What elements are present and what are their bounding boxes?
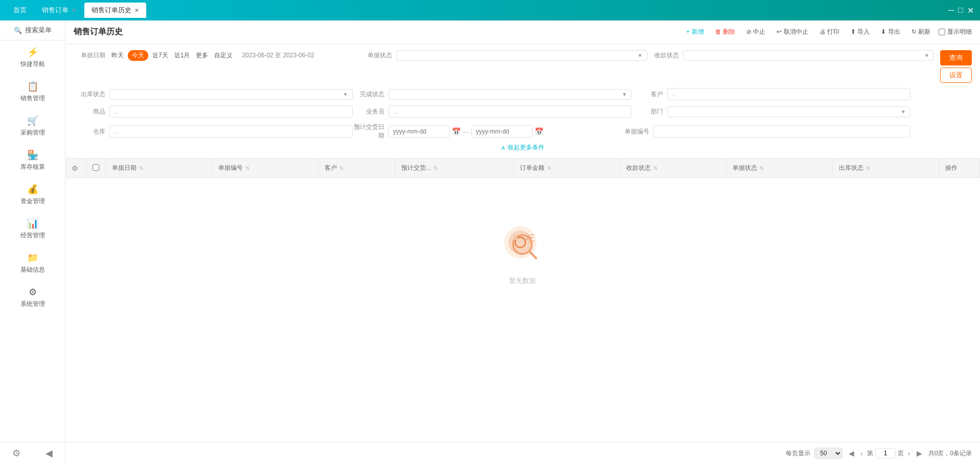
query-button[interactable]: 查询	[940, 50, 972, 65]
receipt-status-label: 收款状态	[647, 51, 683, 60]
import-button[interactable]: ⬆ 导入	[848, 26, 873, 38]
th-date[interactable]: 单据日期 ⇅	[105, 159, 212, 178]
sidebar-settings-icon[interactable]: ⚙	[12, 448, 20, 459]
out-status-select[interactable]: ▼	[109, 89, 353, 100]
customer-select[interactable]: ...	[667, 88, 910, 100]
dept-label: 部门	[631, 107, 667, 116]
date-btn-1month[interactable]: 近1月	[172, 50, 192, 61]
table-header: ⚙ 单据日期 ⇅ 单据编号 ⇅	[65, 159, 980, 178]
sidebar-item-quick-nav[interactable]: ⚡ 快捷导航	[0, 40, 65, 75]
tab-sales-order-history-close[interactable]: ✕	[134, 7, 139, 14]
sales-mgmt-icon: 📋	[27, 81, 38, 92]
receipt-status-select[interactable]: ▼	[683, 50, 934, 61]
finance-icon: 💰	[27, 184, 38, 195]
sidebar-item-finance[interactable]: 💰 资金管理	[0, 178, 65, 212]
th-ops-label: 操作	[945, 164, 958, 171]
table-settings-button[interactable]: ⚙	[72, 164, 78, 172]
date-btn-more[interactable]: 更多	[194, 50, 210, 61]
tab-sales-order[interactable]: 销售订单 ✕	[35, 3, 83, 18]
tab-sales-order-history[interactable]: 销售订单历史 ✕	[84, 3, 146, 18]
sidebar-search[interactable]: 🔍 搜索菜单	[0, 20, 65, 40]
sidebar-item-sales-mgmt[interactable]: 📋 销售管理	[0, 75, 65, 109]
stop-button[interactable]: ⊘ 中止	[743, 26, 768, 38]
display-detail-label: 显示明细	[947, 28, 972, 36]
th-order-no-sort-icon: ⇅	[245, 165, 249, 171]
tab-sales-order-history-label: 销售订单历史	[92, 6, 131, 15]
th-out-status-label: 出库状态	[839, 164, 863, 171]
date-btn-today[interactable]: 今天	[128, 50, 148, 61]
basic-info-icon: 📁	[27, 252, 38, 263]
window-controls: ─ □ ✕	[948, 6, 974, 15]
date-filter-control: 昨天 今天 近7天 近1月 更多 自定义 2023-06-02 至 2023-0…	[109, 50, 360, 61]
th-delivery-date[interactable]: 预计交货... ⇅	[395, 159, 513, 178]
out-status-label: 出库状态	[74, 90, 109, 99]
first-page-button[interactable]: ◀	[847, 448, 856, 458]
sidebar-item-inventory-label: 库存核算	[20, 163, 45, 171]
th-order-no[interactable]: 单据编号 ⇅	[212, 159, 318, 178]
delete-button[interactable]: 🗑 删除	[712, 26, 738, 38]
complete-status-select[interactable]: ▼	[389, 89, 632, 100]
tab-sales-order-close[interactable]: ✕	[72, 7, 76, 14]
th-checkbox	[86, 159, 105, 178]
print-button[interactable]: 🖨 打印	[816, 26, 842, 38]
status-select[interactable]: ▼	[396, 50, 647, 61]
sidebar-item-inventory[interactable]: 🏪 库存核算	[0, 143, 65, 178]
th-settings: ⚙	[65, 159, 86, 178]
th-delivery-date-sort-icon: ⇅	[434, 165, 438, 171]
next-page-button[interactable]: ›	[906, 448, 913, 458]
action-buttons: 查询 设置	[940, 50, 972, 83]
receipt-status-arrow-icon: ▼	[924, 53, 929, 58]
window-minimize[interactable]: ─	[948, 6, 954, 15]
page-size-select[interactable]: 50 20 100	[814, 448, 842, 459]
cal-start-icon[interactable]: 📅	[452, 127, 461, 136]
sales-person-placeholder: ...	[393, 108, 627, 115]
sidebar-bottom: ⚙ ◀	[0, 442, 65, 464]
date-btn-yesterday[interactable]: 昨天	[109, 50, 126, 61]
page-number-input[interactable]	[875, 448, 896, 458]
date-btn-7days[interactable]: 近7天	[150, 50, 170, 61]
tab-home[interactable]: 首页	[6, 3, 34, 18]
delivery-date-end[interactable]	[471, 125, 533, 138]
th-out-status[interactable]: 出库状态 ⇅	[832, 159, 939, 178]
sidebar-item-operations[interactable]: 📊 经营管理	[0, 212, 65, 246]
sidebar-item-sys-mgmt-label: 系统管理	[20, 300, 45, 308]
export-button[interactable]: ⬇ 导出	[878, 26, 903, 38]
product-placeholder: ...	[114, 108, 348, 115]
sidebar-item-purchase-mgmt[interactable]: 🛒 采购管理	[0, 109, 65, 143]
window-close[interactable]: ✕	[967, 6, 974, 15]
product-select[interactable]: ...	[109, 105, 353, 118]
refresh-button[interactable]: ↻ 刷新	[908, 26, 933, 38]
cancel-stop-button[interactable]: ↩ 取消中止	[773, 26, 811, 38]
delivery-date-start[interactable]	[389, 125, 450, 138]
prev-page-button[interactable]: ‹	[858, 448, 865, 458]
cal-end-icon[interactable]: 📅	[535, 127, 543, 136]
order-no-input[interactable]	[653, 125, 910, 138]
display-detail-checkbox[interactable]	[939, 29, 945, 35]
sales-person-label: 业务员	[353, 107, 389, 116]
sidebar-search-label: 搜索菜单	[25, 26, 52, 35]
th-customer[interactable]: 客户 ⇅	[318, 159, 395, 178]
tab-sales-order-label: 销售订单	[42, 6, 69, 15]
collapse-button[interactable]: ∧ 收起更多条件	[74, 143, 972, 152]
sidebar-item-sys-mgmt[interactable]: ⚙ 系统管理	[0, 280, 65, 315]
sales-person-select[interactable]: ...	[389, 105, 632, 118]
th-receipt-status-sort-icon: ⇅	[653, 165, 657, 171]
th-receipt-status[interactable]: 收款状态 ⇅	[620, 159, 726, 178]
filter-settings-button[interactable]: 设置	[940, 68, 972, 83]
delivery-date-range: 📅 — 📅	[389, 125, 543, 138]
dept-select[interactable]: ▼	[667, 106, 910, 117]
select-all-checkbox[interactable]	[93, 164, 99, 171]
window-maximize[interactable]: □	[958, 6, 963, 15]
data-table: ⚙ 单据日期 ⇅ 单据编号 ⇅	[65, 159, 980, 326]
warehouse-select[interactable]: ...	[109, 125, 353, 138]
last-page-button[interactable]: ▶	[915, 448, 924, 458]
sidebar-item-basic-info[interactable]: 📁 基础信息	[0, 246, 65, 280]
sidebar-collapse-icon[interactable]: ◀	[45, 448, 53, 459]
th-amount[interactable]: 订单金额 ⇅	[513, 159, 620, 178]
display-detail-toggle: 显示明细	[939, 28, 972, 36]
new-button[interactable]: + 新增	[683, 26, 706, 38]
customer-placeholder: ...	[672, 91, 906, 98]
date-btn-custom[interactable]: 自定义	[212, 50, 235, 61]
th-order-status[interactable]: 单据状态 ⇅	[726, 159, 832, 178]
customer-label: 客户	[631, 90, 667, 99]
